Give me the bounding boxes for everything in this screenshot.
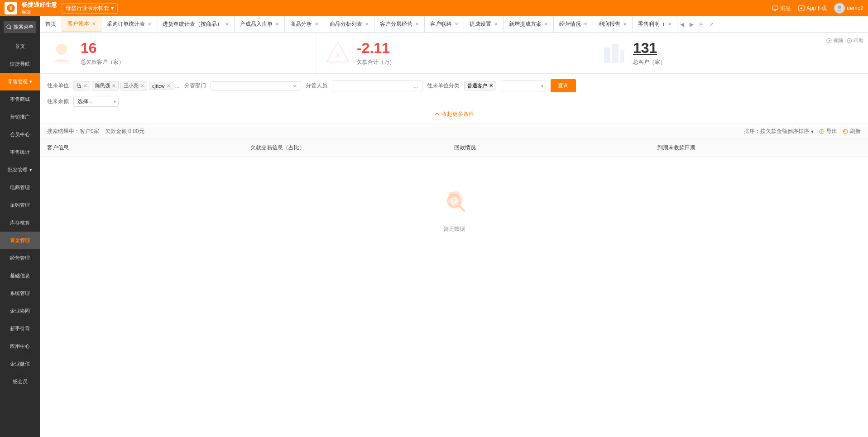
tab-customer-segment[interactable]: 客户分层经营 ✕ — [374, 16, 425, 33]
company-dropdown[interactable]: 母婴行业演示帐套 ▾ — [62, 3, 118, 14]
sidebar-item-enterprise-collab[interactable]: 企业协同 — [0, 302, 40, 320]
sidebar-item-member-center[interactable]: 会员中心 — [0, 126, 40, 143]
remove-unit-wang[interactable]: ✕ — [140, 83, 144, 88]
top-bar-right: 消息 App下载 demo2 — [772, 3, 863, 14]
filter-tag-unit-all: 伍✕ — [73, 81, 90, 90]
tab-close-biz-status[interactable]: ✕ — [584, 22, 587, 27]
sidebar-item-finance-mgmt[interactable]: 资金管理 — [0, 232, 40, 249]
remove-normal-customer[interactable]: ✕ — [489, 83, 493, 89]
sidebar-item-quick-nav[interactable]: 快捷导航 — [0, 55, 40, 73]
sort-dropdown[interactable]: 排序：按欠款金额倒序排序 ▾ — [744, 128, 814, 135]
svg-rect-13 — [620, 50, 624, 63]
tab-close-production[interactable]: ✕ — [275, 22, 279, 27]
filter-unit-type-dropdown[interactable] — [501, 81, 546, 91]
svg-text:¥: ¥ — [10, 6, 12, 11]
sidebar-item-home[interactable]: 首页 — [0, 38, 40, 55]
filter-balance-dropdown[interactable]: 选择... — [73, 96, 119, 107]
tab-customer-contact[interactable]: 客户联络 ✕ — [425, 16, 464, 33]
sidebar-item-retail-stats[interactable]: 零售统计 — [0, 143, 40, 161]
sidebar-item-app-center[interactable]: 应用中心 — [0, 337, 40, 355]
tab-expand-btn[interactable]: ⤢ — [706, 21, 716, 28]
tab-close-incoming[interactable]: ✕ — [225, 22, 229, 27]
tab-incoming-stats[interactable]: 进货单统计表（按商品） ✕ — [157, 16, 235, 33]
tab-retail-profit[interactable]: 零售利润（ ✕ — [633, 16, 677, 33]
tab-profit-report[interactable]: 利润报告 ✕ — [593, 16, 633, 33]
summary-text: 搜索结果中：客户0家 欠款金额 0.00元 — [47, 128, 144, 135]
balance-select[interactable]: 选择... — [73, 96, 119, 107]
video-btn[interactable]: 视频 — [826, 37, 843, 44]
remove-unit-cjttcw[interactable]: ✕ — [167, 83, 170, 88]
tab-close-profit-report[interactable]: ✕ — [623, 22, 627, 27]
tab-close-product-analysis[interactable]: ✕ — [315, 22, 318, 27]
sidebar-item-enterprise-wechat[interactable]: 企业微信 — [0, 355, 40, 373]
tab-scroll-right[interactable]: ▶ — [687, 21, 696, 28]
app-wrapper: ¥ 畅捷通好生意 标版 母婴行业演示帐套 ▾ 消息 App下载 — [0, 0, 868, 437]
sidebar-item-new-guide[interactable]: 新手引导 — [0, 320, 40, 337]
collapse-filter-btn[interactable]: 收起更多条件 — [47, 110, 861, 118]
stat-total-customers: 131 总客户（家） 视频 ? 帮助 — [592, 33, 868, 73]
filter-person-dots[interactable]: ... — [414, 83, 418, 89]
tab-product-analysis[interactable]: 商品分析 ✕ — [285, 16, 324, 33]
sidebar-item-sys-mgmt[interactable]: 系统管理 — [0, 285, 40, 302]
stat-icon-customers — [49, 40, 74, 66]
sidebar-item-wholesale-mgmt[interactable]: 批发管理 ▾ — [0, 161, 40, 179]
tab-biz-status[interactable]: 经营情况 ✕ — [554, 16, 593, 33]
tab-close-product-analysis-list[interactable]: ✕ — [365, 22, 369, 27]
help-btn[interactable]: ? 帮助 — [847, 37, 863, 44]
svg-marker-15 — [829, 40, 830, 42]
tab-close-add-promotion-plan[interactable]: ✕ — [544, 22, 548, 27]
svg-text:✕: ✕ — [335, 51, 341, 60]
svg-marker-20 — [844, 131, 845, 132]
filter-tag-unit-chen: 陈民强✕ — [92, 81, 119, 90]
tab-purchase-order-stats[interactable]: 采购订单统计表 ✕ — [101, 16, 157, 33]
filter-more-units[interactable]: ... — [175, 83, 180, 89]
app-download-btn[interactable]: App下载 — [798, 5, 827, 12]
sidebar-item-changyou-member[interactable]: 畅会员 — [0, 373, 40, 390]
stat-text-overdue-amount: -2.11 欠款合计（万） — [357, 40, 395, 66]
user-menu[interactable]: demo2 — [834, 3, 863, 14]
filter-person-input[interactable]: ... — [332, 81, 422, 91]
sidebar-item-purchase-mgmt[interactable]: 采购管理 — [0, 196, 40, 214]
sidebar-item-biz-mgmt[interactable]: 经营管理 — [0, 249, 40, 267]
search-menu-btn[interactable]: 搜索菜单 — [4, 21, 36, 33]
remove-unit-chen[interactable]: ✕ — [112, 83, 115, 88]
tab-promotion-settings[interactable]: 提成设置 ✕ — [464, 16, 504, 33]
tab-add-promotion-plan[interactable]: 新增提成方案 ✕ — [504, 16, 554, 33]
tab-home[interactable]: 首页 — [40, 16, 62, 33]
tab-product-analysis-list[interactable]: 商品分析列表 ✕ — [324, 16, 374, 33]
tab-close-customer-contact[interactable]: ✕ — [455, 22, 458, 27]
svg-rect-12 — [612, 44, 619, 63]
tab-close-promotion-settings[interactable]: ✕ — [494, 22, 498, 27]
sidebar-item-marketing[interactable]: 营销推广 — [0, 108, 40, 126]
stat-number-total-customers: 131 — [633, 40, 666, 57]
tab-menu-btn[interactable]: ⊟ — [696, 21, 706, 28]
filter-person-label: 分管人员 — [306, 82, 327, 90]
sidebar-item-retail-store[interactable]: 零售商城 — [0, 90, 40, 108]
tab-close-customer-balance[interactable]: ✕ — [92, 21, 96, 26]
tab-scroll-left[interactable]: ◀ — [677, 21, 687, 28]
tab-close-purchase[interactable]: ✕ — [148, 22, 151, 27]
tab-production[interactable]: 产成品入库单 ✕ — [235, 16, 285, 33]
tab-close-retail-profit[interactable]: ✕ — [668, 22, 671, 27]
stat-overdue-amount: ✕ -2.11 欠款合计（万） — [316, 33, 592, 73]
export-btn[interactable]: 导出 — [819, 128, 837, 135]
refresh-btn[interactable]: 刷新 — [843, 128, 861, 135]
filter-dept-label: 分管部门 — [184, 82, 206, 90]
unit-type-select[interactable] — [501, 81, 546, 91]
page-content: 16 总欠款客户（家） ✕ -2.11 — [40, 33, 868, 437]
content-area: 首页 客户账本 ✕ 采购订单统计表 ✕ 进货单统计表（按商品） ✕ 产成品入库单… — [40, 16, 868, 437]
sidebar-item-ecom-mgmt[interactable]: 电商管理 — [0, 179, 40, 196]
filter-dept-input[interactable] — [211, 81, 301, 90]
main-area: 搜索菜单 首页 快捷导航 零售管理 ▾ 零售商城 营销推广 会员中心 零售统计 … — [0, 16, 868, 437]
sidebar-item-retail-mgmt[interactable]: 零售管理 ▾ — [0, 73, 40, 90]
query-button[interactable]: 查询 — [551, 79, 576, 92]
logo-icon: ¥ — [5, 2, 17, 14]
sidebar-item-basic-info[interactable]: 基础信息 — [0, 267, 40, 285]
table-col-customer-info: 客户信息 — [47, 144, 250, 152]
sidebar-item-stock-check[interactable]: 库存核算 — [0, 214, 40, 232]
remove-unit-all[interactable]: ✕ — [83, 83, 87, 88]
tab-close-customer-segment[interactable]: ✕ — [415, 22, 419, 27]
message-btn[interactable]: 消息 — [772, 5, 791, 12]
stat-label-total-customers: 总客户（家） — [633, 58, 666, 66]
tab-customer-balance[interactable]: 客户账本 ✕ — [62, 16, 101, 33]
